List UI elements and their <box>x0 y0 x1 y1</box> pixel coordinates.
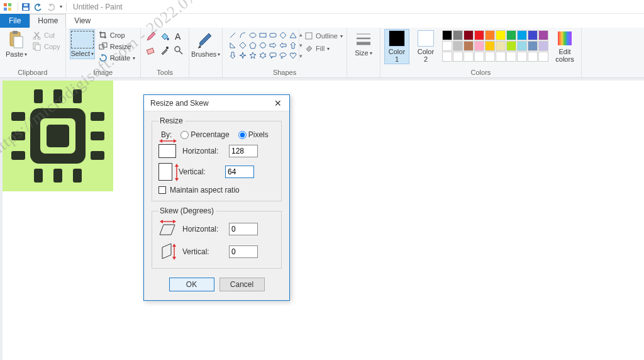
shape-arrow-l-icon[interactable] <box>278 40 287 50</box>
size-button[interactable]: Size▾ <box>351 29 376 57</box>
close-icon[interactable]: ✕ <box>270 97 286 110</box>
shape-roundrect-icon[interactable] <box>268 30 277 40</box>
skew-vertical-input[interactable] <box>229 245 258 258</box>
aspect-ratio-checkbox[interactable]: Maintain aspect ratio <box>158 186 275 194</box>
cancel-button[interactable]: Cancel <box>219 278 265 291</box>
percentage-radio[interactable]: Percentage <box>180 130 229 139</box>
shapes-scroll-up-icon[interactable]: ▴ <box>299 29 303 40</box>
checkbox-icon[interactable] <box>158 186 166 194</box>
color1-button[interactable]: Color 1 <box>384 29 409 64</box>
edit-colors-button[interactable]: Edit colors <box>552 29 577 63</box>
fill-button[interactable]: Fill▾ <box>304 44 343 53</box>
color-swatch[interactable] <box>442 30 452 40</box>
color-palette[interactable] <box>442 29 548 62</box>
color-swatch[interactable] <box>496 30 506 40</box>
shape-oval-icon[interactable] <box>248 30 257 40</box>
shape-rtriangle-icon[interactable] <box>228 40 237 50</box>
color-swatch[interactable] <box>517 30 527 40</box>
color-swatch[interactable] <box>474 30 484 40</box>
percentage-radio-input[interactable] <box>180 131 189 139</box>
copy-button[interactable]: Copy <box>31 42 62 52</box>
pixels-radio[interactable]: Pixels <box>238 130 269 139</box>
canvas-content[interactable] <box>3 81 113 191</box>
color-swatch[interactable] <box>506 41 516 51</box>
paste-button[interactable]: Paste▾ <box>4 29 29 58</box>
resize-horizontal-input[interactable] <box>229 145 258 157</box>
undo-icon[interactable] <box>33 2 43 12</box>
shapes-expand-icon[interactable]: ▾ <box>299 50 303 61</box>
tab-home[interactable]: Home <box>30 14 66 28</box>
outline-button[interactable]: Outline▾ <box>304 31 343 40</box>
eraser-tool[interactable] <box>145 44 157 57</box>
shape-diamond-icon[interactable] <box>238 40 247 50</box>
shape-rect-icon[interactable] <box>258 30 267 40</box>
shape-polygon-icon[interactable] <box>278 30 287 40</box>
brushes-button[interactable]: Brushes▾ <box>193 29 218 58</box>
color-swatch[interactable] <box>496 52 506 62</box>
resize-button[interactable]: Resize <box>97 42 136 52</box>
color-swatch[interactable] <box>538 30 548 40</box>
fill-tool[interactable] <box>158 30 171 43</box>
color-swatch[interactable] <box>464 52 474 62</box>
shapes-gallery[interactable]: ▴ ▾ ▾ <box>226 29 302 61</box>
color-swatch[interactable] <box>517 41 527 51</box>
zoom-tool[interactable] <box>172 44 185 57</box>
resize-vertical-input[interactable] <box>225 166 254 178</box>
color-swatch[interactable] <box>474 41 484 51</box>
color-swatch[interactable] <box>453 52 463 62</box>
color-swatch[interactable] <box>485 52 495 62</box>
color-swatch[interactable] <box>528 52 538 62</box>
shape-callout-icon[interactable] <box>268 50 277 60</box>
color-swatch[interactable] <box>442 52 452 62</box>
shape-hexagon-icon[interactable] <box>258 40 267 50</box>
select-button[interactable]: Select▾ <box>70 29 95 59</box>
color-swatch[interactable] <box>464 41 474 51</box>
tab-file[interactable]: File <box>0 14 30 28</box>
color-swatch[interactable] <box>538 41 548 51</box>
color-swatch[interactable] <box>442 41 452 51</box>
shape-4star-icon[interactable] <box>238 50 247 60</box>
canvas-area[interactable] <box>0 78 644 360</box>
color-swatch[interactable] <box>506 30 516 40</box>
text-tool[interactable]: A <box>172 30 185 43</box>
shape-6star-icon[interactable] <box>258 50 267 60</box>
color-swatch[interactable] <box>517 52 527 62</box>
rotate-button[interactable]: Rotate▾ <box>97 53 136 63</box>
shape-arrow-d-icon[interactable] <box>228 50 237 60</box>
dialog-titlebar[interactable]: Resize and Skew ✕ <box>144 95 289 111</box>
shape-5star-icon[interactable] <box>248 50 257 60</box>
shape-arrow-u-icon[interactable] <box>288 40 297 50</box>
crop-button[interactable]: Crop <box>97 30 136 40</box>
color-swatch[interactable] <box>485 41 495 51</box>
tab-view[interactable]: View <box>66 14 99 28</box>
color-swatch[interactable] <box>474 52 484 62</box>
cut-button[interactable]: Cut <box>31 30 62 40</box>
color-swatch[interactable] <box>528 41 538 51</box>
color-swatch[interactable] <box>485 30 495 40</box>
ok-button[interactable]: OK <box>169 278 214 291</box>
color-swatch[interactable] <box>453 30 463 40</box>
shape-arrow-r-icon[interactable] <box>268 40 277 50</box>
color2-button[interactable]: Color 2 <box>413 29 438 63</box>
skew-horizontal-input[interactable] <box>229 223 258 235</box>
pencil-tool[interactable] <box>145 30 157 43</box>
qat-dropdown-icon[interactable]: ▾ <box>60 4 62 9</box>
shape-pentagon-icon[interactable] <box>248 40 257 50</box>
redo-icon[interactable] <box>46 2 56 12</box>
shape-curve-icon[interactable] <box>238 30 247 40</box>
shape-callout2-icon[interactable] <box>278 50 287 60</box>
color-swatch[interactable] <box>496 41 506 51</box>
color-swatch[interactable] <box>464 30 474 40</box>
pixels-radio-input[interactable] <box>238 131 247 139</box>
save-icon[interactable] <box>21 2 31 12</box>
color-swatch[interactable] <box>538 52 548 62</box>
picker-tool[interactable] <box>158 44 171 57</box>
shape-line-icon[interactable] <box>228 30 237 40</box>
shape-heart-icon[interactable] <box>288 50 297 60</box>
shape-triangle-icon[interactable] <box>288 30 297 40</box>
color-swatch[interactable] <box>528 30 538 40</box>
color-swatch[interactable] <box>506 52 516 62</box>
shapes-scroll-down-icon[interactable]: ▾ <box>299 40 303 50</box>
color-swatch[interactable] <box>453 41 463 51</box>
shapes-grid[interactable] <box>226 29 299 61</box>
